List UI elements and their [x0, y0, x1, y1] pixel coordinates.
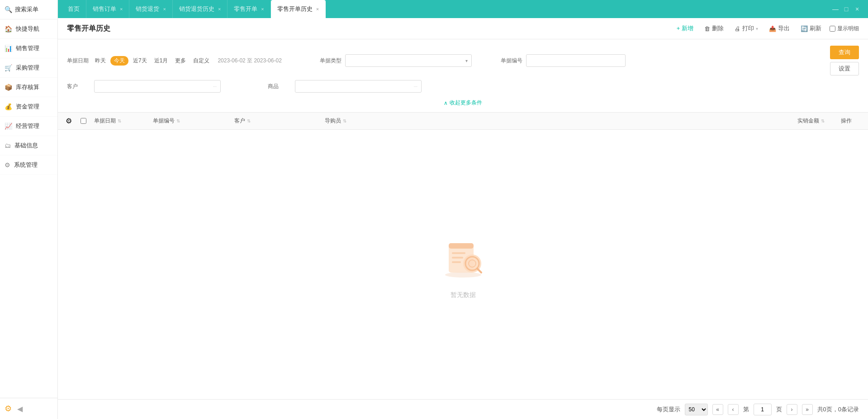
home-icon: 🏠 — [5, 25, 12, 33]
date-today-btn[interactable]: 今天 — [110, 56, 128, 66]
th-number[interactable]: 单据编号 ⇅ — [149, 117, 231, 125]
settings-gear-icon[interactable]: ⚙ — [66, 117, 72, 125]
first-page-button[interactable]: « — [712, 404, 723, 415]
content: 零售开单历史 + 新增 🗑 删除 🖨 打印 ▾ 📤 导出 — [58, 18, 868, 419]
maximize-button[interactable]: □ — [843, 5, 850, 13]
date-more-btn[interactable]: 更多 — [172, 56, 189, 66]
tab-label: 零售开单 — [234, 5, 257, 13]
settings-icon[interactable]: ⚙ — [5, 404, 12, 414]
minimize-button[interactable]: — — [832, 5, 839, 13]
per-page-select[interactable]: 10 20 50 100 — [685, 404, 708, 415]
display-toggle[interactable]: 显示明细 — [830, 25, 859, 33]
th-guide[interactable]: 导购员 ⇅ — [321, 117, 375, 125]
delete-button[interactable]: 🗑 删除 — [702, 23, 726, 34]
sort-icon: ⇅ — [821, 118, 825, 123]
collapse-icon[interactable]: ◀ — [17, 405, 23, 413]
prev-page-button[interactable]: ‹ — [728, 404, 739, 415]
sidebar-item-sys-mgmt[interactable]: ⚙ 系统管理 — [0, 155, 57, 175]
sidebar: 🔍 搜索采单 🏠 快捷导航 📊 销售管理 🛒 采购管理 📦 库存核算 💰 资金管… — [0, 0, 58, 419]
last-page-button[interactable]: » — [802, 404, 813, 415]
tab-sales-return-history[interactable]: 销货退货历史 × — [173, 0, 228, 18]
select-all-checkbox[interactable] — [81, 118, 86, 124]
tab-retail-open-history[interactable]: 零售开单历史 × — [271, 0, 326, 18]
sidebar-item-quick-nav[interactable]: 🏠 快捷导航 — [0, 19, 57, 39]
tab-close-icon[interactable]: × — [163, 7, 166, 12]
customer-input[interactable]: ··· — [94, 80, 221, 93]
query-button[interactable]: 查询 — [830, 46, 859, 59]
sidebar-item-inventory[interactable]: 📦 库存核算 — [0, 78, 57, 97]
close-button[interactable]: × — [854, 5, 861, 13]
bill-number-label: 单据编号 — [501, 57, 522, 65]
tab-sales-return[interactable]: 销货退货 × — [129, 0, 172, 18]
folder-icon: 🗂 — [5, 142, 11, 149]
bill-type-label: 单据类型 — [320, 57, 342, 65]
th-date[interactable]: 单据日期 ⇅ — [90, 117, 149, 125]
display-checkbox[interactable] — [830, 26, 835, 32]
filter-goods: 商品 ··· — [268, 80, 422, 93]
tab-close-icon[interactable]: × — [316, 7, 319, 12]
collapse-button[interactable]: ∧ 收起更多条件 — [67, 97, 859, 108]
tab-bar: 首页 销售订单 × 销货退货 × 销货退货历史 × 零售开单 × 零售开单历史 … — [58, 0, 868, 18]
date-range-text: 2023-06-02 至 2023-06-02 — [218, 57, 281, 65]
per-page-label: 每页显示 — [657, 405, 680, 414]
bill-type-select[interactable]: ▾ — [345, 54, 472, 67]
sort-icon: ⇅ — [343, 118, 346, 123]
tab-close-icon[interactable]: × — [218, 7, 221, 12]
gear-icon: ⚙ — [5, 161, 10, 169]
th-amount[interactable]: 实销金额 ⇅ — [774, 117, 828, 125]
export-button[interactable]: 📤 导出 — [766, 23, 792, 34]
money-icon: 💰 — [5, 103, 12, 110]
sidebar-item-label: 经营管理 — [16, 122, 39, 130]
sidebar-item-operations[interactable]: 📈 经营管理 — [0, 117, 57, 136]
window-controls: — □ × — [832, 5, 864, 13]
th-date-label: 单据日期 — [94, 117, 116, 125]
tab-home[interactable]: 首页 — [62, 0, 86, 18]
th-settings[interactable]: ⚙ — [62, 117, 76, 125]
new-button[interactable]: + 新增 — [674, 23, 696, 34]
box-icon: 📦 — [5, 84, 12, 91]
sidebar-item-sales-mgmt[interactable]: 📊 销售管理 — [0, 39, 57, 58]
collapse-label: 收起更多条件 — [450, 99, 482, 107]
tab-close-icon[interactable]: × — [261, 7, 264, 12]
next-page-button[interactable]: › — [787, 404, 797, 415]
settings-button[interactable]: 设置 — [830, 62, 859, 75]
th-checkbox[interactable] — [76, 118, 90, 124]
page-number-input[interactable] — [754, 404, 772, 415]
goods-filter-label: 商品 — [268, 83, 279, 90]
tab-label: 销货退货历史 — [179, 5, 214, 13]
svg-rect-5 — [452, 261, 461, 263]
filter-panel: 单据日期 昨天 今天 近7天 近1月 更多 自定义 2023-06-02 至 2… — [58, 39, 868, 113]
sidebar-nav: 🏠 快捷导航 📊 销售管理 🛒 采购管理 📦 库存核算 💰 资金管理 📈 经营管… — [0, 19, 57, 398]
filter-bill-type: 单据类型 ▾ — [320, 54, 472, 67]
date-custom-btn[interactable]: 自定义 — [190, 56, 212, 66]
tab-sales-order[interactable]: 销售订单 × — [86, 0, 129, 18]
table-header: ⚙ 单据日期 ⇅ 单据编号 ⇅ 客户 ⇅ 导购员 — [58, 113, 868, 130]
delete-label: 删除 — [712, 24, 724, 33]
th-customer[interactable]: 客户 ⇅ — [231, 117, 321, 125]
print-label: 打印 — [742, 24, 754, 33]
page-suffix: 页 — [776, 405, 782, 414]
toolbar: + 新增 🗑 删除 🖨 打印 ▾ 📤 导出 🔄 刷新 — [674, 23, 859, 34]
refresh-button[interactable]: 🔄 刷新 — [798, 23, 824, 34]
date-last7-btn[interactable]: 近7天 — [130, 56, 150, 66]
sidebar-search[interactable]: 🔍 搜索采单 — [0, 0, 57, 19]
page-header: 零售开单历史 + 新增 🗑 删除 🖨 打印 ▾ 📤 导出 — [58, 18, 868, 39]
tab-retail-open[interactable]: 零售开单 × — [228, 0, 270, 18]
print-button[interactable]: 🖨 打印 ▾ — [732, 23, 761, 34]
tab-label: 销售订单 — [93, 5, 116, 13]
date-last-month-btn[interactable]: 近1月 — [152, 56, 171, 66]
print-icon: 🖨 — [735, 25, 740, 32]
sidebar-item-label: 销售管理 — [16, 44, 39, 52]
date-yesterday-btn[interactable]: 昨天 — [92, 56, 109, 66]
sidebar-item-purchase-mgmt[interactable]: 🛒 采购管理 — [0, 58, 57, 78]
sidebar-item-finance[interactable]: 💰 资金管理 — [0, 97, 57, 117]
goods-input[interactable]: ··· — [295, 80, 422, 93]
bill-number-input[interactable] — [526, 54, 626, 67]
sort-icon: ⇅ — [176, 118, 180, 123]
sidebar-item-basic-info[interactable]: 🗂 基础信息 — [0, 136, 57, 155]
display-label: 显示明细 — [837, 25, 859, 33]
th-ops-label: 操作 — [841, 117, 852, 125]
total-info: 共0页，0条记录 — [817, 405, 859, 414]
tab-close-icon[interactable]: × — [120, 7, 123, 12]
export-label: 导出 — [778, 24, 790, 33]
